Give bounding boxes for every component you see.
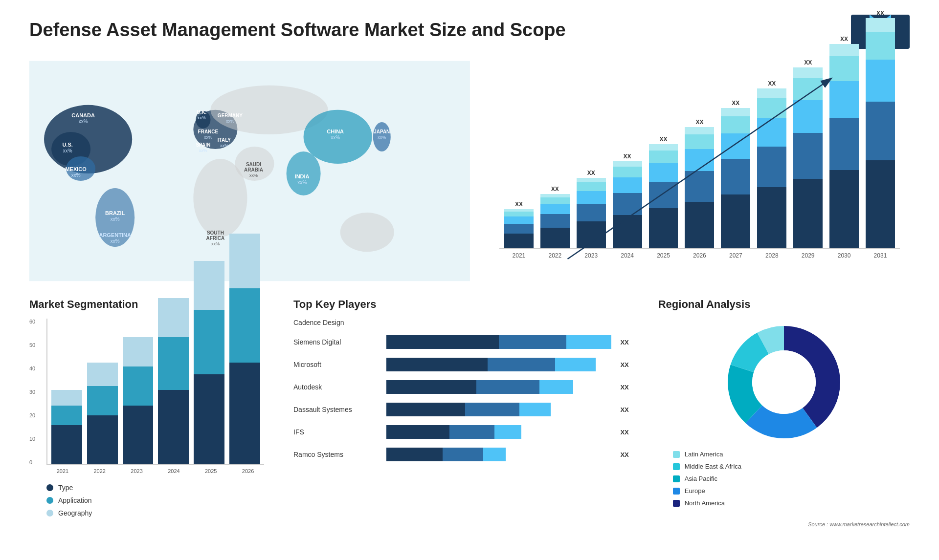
svg-text:xx%: xx% <box>198 115 206 120</box>
player-name-dassault: Dassault Systemes <box>293 406 381 413</box>
player-row-dassault: Dassault Systemes XX <box>293 403 629 416</box>
svg-text:xx%: xx% <box>331 135 340 140</box>
player-name-ifs: IFS <box>293 428 381 436</box>
svg-text:INDIA: INDIA <box>295 173 310 179</box>
svg-text:ARGENTINA: ARGENTINA <box>99 232 131 238</box>
svg-text:GERMANY: GERMANY <box>218 113 243 118</box>
player-bar-ramco <box>386 448 611 461</box>
regional-area: Regional Analysis <box>658 298 910 533</box>
bar-group-2023: XX <box>577 170 606 248</box>
donut-wrapper <box>658 319 910 446</box>
players-area: Top Key Players Cadence Design Siemens D… <box>284 298 639 533</box>
bar-group-2026: XX <box>685 119 714 248</box>
player-xx-siemens: XX <box>620 339 628 346</box>
legend-type-label: Type <box>58 484 73 492</box>
svg-text:AFRICA: AFRICA <box>206 236 225 241</box>
bar-group-2029: XX <box>793 59 823 248</box>
legend-north-america-label: North America <box>685 499 725 507</box>
svg-text:MEXICO: MEXICO <box>65 166 87 172</box>
player-xx-dassault: XX <box>620 406 628 413</box>
svg-text:xx%: xx% <box>297 180 307 185</box>
svg-text:xx%: xx% <box>204 135 212 140</box>
bar-group-2031: XX <box>866 10 895 248</box>
seg-bar-2022 <box>87 363 118 464</box>
top-section: CANADA xx% U.S. xx% MEXICO xx% BRAZIL xx… <box>29 59 910 283</box>
seg-chart: 0 10 20 30 40 50 60 <box>29 319 264 465</box>
svg-text:SOUTH: SOUTH <box>207 230 224 236</box>
legend-middle-east-label: Middle East & Africa <box>685 463 741 470</box>
regional-legend: Latin America Middle East & Africa Asia … <box>658 451 910 507</box>
player-row-microsoft: Microsoft XX <box>293 358 629 371</box>
svg-text:xx%: xx% <box>111 238 120 244</box>
svg-text:xx%: xx% <box>211 241 220 246</box>
svg-text:xx%: xx% <box>79 119 88 124</box>
bar-group-2030: XX <box>829 36 859 248</box>
legend-type-dot <box>46 484 53 491</box>
player-name-ramco: Ramco Systems <box>293 451 381 458</box>
svg-text:ITALY: ITALY <box>218 137 231 143</box>
legend-north-america: North America <box>673 499 910 507</box>
player-row-cadence: Cadence Design <box>293 319 629 326</box>
player-bar-dassault <box>386 403 611 416</box>
legend-latin-america: Latin America <box>673 451 910 458</box>
player-row-ifs: IFS XX <box>293 425 629 439</box>
legend-europe-color <box>673 488 680 495</box>
legend-type: Type <box>46 484 264 492</box>
svg-text:FRANCE: FRANCE <box>198 129 219 134</box>
svg-text:xx%: xx% <box>199 148 207 153</box>
svg-text:xx%: xx% <box>249 173 258 178</box>
legend-application-label: Application <box>58 496 92 504</box>
seg-bar-2026 <box>229 234 260 464</box>
seg-bar-2021 <box>51 390 82 464</box>
legend-asia-pacific: Asia Pacific <box>673 475 910 482</box>
bar-x-labels: 2021 2022 2023 2024 2025 2026 2027 2028 … <box>499 249 900 259</box>
source-text: Source : www.marketresearchintellect.com <box>658 521 910 527</box>
segmentation-area: Market Segmentation 0 10 20 30 40 50 60 <box>29 298 264 533</box>
player-row-autodesk: Autodesk XX <box>293 380 629 394</box>
svg-text:CHINA: CHINA <box>327 129 344 134</box>
svg-point-14 <box>340 213 394 252</box>
seg-bar-2023 <box>123 337 154 464</box>
player-xx-ifs: XX <box>620 429 628 436</box>
svg-point-54 <box>752 350 816 414</box>
legend-geography-label: Geography <box>58 509 92 517</box>
svg-text:CANADA: CANADA <box>71 112 95 118</box>
svg-text:JAPAN: JAPAN <box>374 129 390 134</box>
legend-europe: Europe <box>673 487 910 495</box>
svg-text:SAUDI: SAUDI <box>246 162 261 167</box>
player-bar-autodesk <box>386 380 611 394</box>
legend-asia-pacific-label: Asia Pacific <box>685 475 717 482</box>
bar-group-2022: XX <box>540 186 570 248</box>
player-row-siemens: Siemens Digital XX <box>293 335 629 349</box>
bottom-section: Market Segmentation 0 10 20 30 40 50 60 <box>29 298 910 533</box>
seg-legend: Type Application Geography <box>29 484 264 517</box>
player-bar-ifs <box>386 425 611 439</box>
page-container: Defense Asset Management Software Market… <box>0 0 939 560</box>
legend-application: Application <box>46 496 264 504</box>
svg-text:U.K.: U.K. <box>197 109 206 115</box>
svg-text:U.S.: U.S. <box>62 142 72 148</box>
bar-group-2027: XX <box>721 100 750 248</box>
legend-latin-america-label: Latin America <box>685 451 723 458</box>
seg-x-labels: 2021 2022 2023 2024 2025 2026 <box>29 468 264 474</box>
player-name-cadence: Cadence Design <box>293 319 381 326</box>
seg-y-axis: 0 10 20 30 40 50 60 <box>29 319 42 465</box>
header: Defense Asset Management Software Market… <box>29 15 910 49</box>
bar-group-2028: XX <box>757 80 786 248</box>
player-bar-siemens <box>386 335 611 349</box>
bar-group-2024: XX <box>613 153 642 248</box>
svg-text:ARABIA: ARABIA <box>244 167 263 172</box>
player-xx-ramco: XX <box>620 451 628 458</box>
player-name-microsoft: Microsoft <box>293 361 381 368</box>
svg-text:xx%: xx% <box>378 135 386 140</box>
svg-text:SPAIN: SPAIN <box>196 142 210 148</box>
segmentation-title: Market Segmentation <box>29 298 264 311</box>
svg-text:xx%: xx% <box>226 119 234 124</box>
legend-application-dot <box>46 497 53 504</box>
donut-svg <box>720 319 848 446</box>
player-row-ramco: Ramco Systems XX <box>293 448 629 461</box>
legend-middle-east: Middle East & Africa <box>673 463 910 470</box>
svg-text:xx%: xx% <box>63 148 72 153</box>
svg-text:BRAZIL: BRAZIL <box>105 210 125 216</box>
svg-text:xx%: xx% <box>220 143 228 148</box>
